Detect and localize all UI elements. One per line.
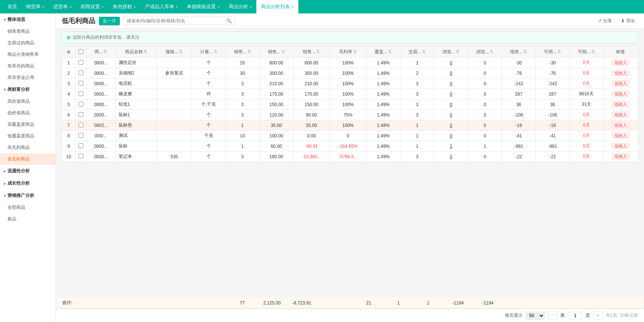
col-header-coverage[interactable]: 覆盖...⇅ — [366, 47, 400, 58]
row-checkbox[interactable] — [79, 91, 83, 96]
sidebar-section-wealth[interactable]: ▾ 类财富分析 — [0, 83, 55, 96]
info-icon: ✿ — [67, 35, 70, 40]
row-name[interactable]: 鼠标垫 — [115, 120, 157, 131]
row-name[interactable]: 笔记本 — [115, 152, 157, 162]
row-checkbox[interactable] — [79, 60, 83, 65]
row-checkbox[interactable] — [79, 133, 83, 138]
sidebar-item-high-margin[interactable]: 高毛利商品 — [0, 142, 55, 153]
nav-permission-settings[interactable]: 权限设置 × — [76, 0, 108, 13]
row-browse1[interactable]: 0 — [434, 152, 468, 162]
row-name[interactable]: 属性定价 — [115, 58, 157, 68]
col-header-code[interactable]: 商...⇅ — [87, 47, 116, 58]
row-checkbox[interactable] — [79, 70, 83, 75]
row-name[interactable]: 橡皮擦 — [115, 89, 157, 99]
sidebar-item-inventory-funds[interactable]: 库存资金占用 — [0, 72, 55, 83]
row-browse1[interactable]: 0 — [434, 58, 468, 68]
page-number-input[interactable] — [568, 312, 583, 319]
row-sales2: 35.00 — [259, 120, 293, 131]
table-row: 4 0000... 橡皮擦 件 3 170.00 170.00 100% 1.4… — [62, 89, 638, 99]
nav-template-settings[interactable]: 单据模板设置 × — [182, 0, 224, 13]
close-icon[interactable]: × — [176, 4, 178, 9]
search-input[interactable] — [127, 18, 226, 23]
settings-icon[interactable]: ⚙ — [67, 50, 71, 55]
per-page-select[interactable]: 50 100 200 — [526, 312, 545, 320]
col-header-unit[interactable]: 计量...⇅ — [192, 47, 225, 58]
row-browse1[interactable]: 0 — [434, 68, 468, 79]
close-icon[interactable]: × — [134, 4, 136, 9]
sidebar-item-low-value[interactable]: 低价值商品 — [0, 107, 55, 119]
col-header-sales3[interactable]: 销售...⇅ — [293, 47, 330, 58]
sidebar-item-new-goods[interactable]: 新品 — [0, 213, 55, 225]
row-tag: 低收入 — [603, 68, 638, 79]
row-checkbox[interactable] — [79, 122, 83, 127]
sidebar-item-high-value[interactable]: 高价值商品 — [0, 96, 55, 107]
sidebar-item-low-coverage[interactable]: 低覆盖度商品 — [0, 130, 55, 142]
filter-recent-month[interactable]: 近一月 — [99, 17, 120, 25]
col-header-spec[interactable]: 规格...⇅ — [157, 47, 192, 58]
close-icon[interactable]: × — [291, 4, 294, 9]
row-gross-rate: 100% — [330, 58, 366, 68]
row-name[interactable]: 鼠标1 — [115, 110, 157, 120]
row-browse1[interactable]: 0 — [434, 89, 468, 99]
sidebar-section-circulation[interactable]: ▸ 流通性分析 — [0, 165, 55, 177]
sidebar-section-growth[interactable]: ▸ 成长性分析 — [0, 177, 55, 189]
col-header-gross-rate[interactable]: 毛利率⇅ — [330, 47, 366, 58]
nav-product-analysis-list[interactable]: 商品分析列表 × — [256, 0, 298, 13]
row-name[interactable]: 测试 — [115, 131, 157, 141]
row-checkbox[interactable] — [79, 112, 83, 117]
row-name[interactable]: 电话机 — [115, 79, 157, 89]
nav-product-inbound[interactable]: 产成品入库单 × — [141, 0, 182, 13]
row-name[interactable]: 吴细细1 — [115, 68, 157, 79]
col-header-browse2[interactable]: 浏览...⇅ — [468, 47, 502, 58]
col-header-browse1[interactable]: 浏览...⇅ — [434, 47, 468, 58]
nav-home[interactable]: 首页 — [3, 0, 22, 13]
export-button[interactable]: ⬇ 导出 — [618, 17, 638, 25]
sidebar-item-low-margin[interactable]: 低毛利商品 — [0, 153, 55, 165]
nav-purchase-order[interactable]: 进货单 × — [49, 0, 76, 13]
sidebar-item-category-sales-rate[interactable]: 商品分类销售率 — [0, 49, 55, 60]
close-icon[interactable]: × — [102, 4, 104, 9]
close-icon[interactable]: × — [42, 4, 44, 9]
col-header-sales1[interactable]: 销售...⇅ — [225, 47, 259, 58]
col-header-sales2[interactable]: 销售...⇅ — [259, 47, 293, 58]
row-browse1[interactable]: 0 — [434, 120, 468, 131]
select-all-checkbox[interactable] — [79, 49, 83, 54]
row-browse1[interactable]: 0 — [434, 99, 468, 110]
col-header-transaction[interactable]: 交易...⇅ — [400, 47, 434, 58]
next-page-button[interactable]: ＞ — [593, 311, 603, 320]
share-button[interactable]: ↗ 分享 — [595, 17, 615, 25]
nav-role-auth[interactable]: 角色授权 × — [108, 0, 140, 13]
close-icon[interactable]: × — [250, 4, 252, 9]
col-header-name[interactable]: 商品名称⇅ — [115, 47, 157, 58]
sidebar-item-stocked-goods[interactable]: 有库存的商品 — [0, 60, 55, 72]
row-browse1[interactable]: 0 — [434, 131, 468, 141]
nav-sales-order[interactable]: 销货单 × — [22, 0, 49, 13]
row-checkbox[interactable] — [79, 81, 83, 86]
search-icon[interactable]: 🔍 — [226, 18, 232, 23]
row-browse1[interactable]: 1 — [434, 141, 468, 152]
row-checkbox[interactable] — [79, 154, 83, 159]
row-browse1[interactable]: 0 — [434, 110, 468, 120]
row-name[interactable]: 鼠标 — [115, 141, 157, 152]
row-checkbox[interactable] — [79, 143, 83, 148]
nav-product-analysis[interactable]: 商品分析 × — [224, 0, 256, 13]
close-icon[interactable]: × — [69, 4, 71, 9]
sidebar-item-traded-goods[interactable]: 交易过的商品 — [0, 37, 55, 49]
row-name[interactable]: 铅笔1 — [115, 99, 157, 110]
row-available: -22 — [536, 152, 570, 162]
sidebar-item-high-coverage[interactable]: 高覆盖度商品 — [0, 119, 55, 130]
sidebar-section-overall[interactable]: ▾ 整体信息 — [0, 13, 55, 26]
col-header-tag[interactable]: 标签 — [603, 47, 638, 58]
sidebar-item-sales-goods[interactable]: 销售类商品 — [0, 26, 55, 37]
row-browse1[interactable]: 0 — [434, 79, 468, 89]
row-checkbox[interactable] — [79, 102, 83, 106]
row-sales1: 1 — [225, 141, 259, 152]
col-header-available[interactable]: 可用...⇅ — [536, 47, 570, 58]
sidebar-section-marketing[interactable]: ▾ 营销推广分析 — [0, 189, 55, 202]
sidebar-item-all-goods[interactable]: 全部商品 — [0, 202, 55, 213]
close-icon[interactable]: × — [217, 4, 220, 9]
col-header-current[interactable]: 现有...⇅ — [502, 47, 536, 58]
prev-page-button[interactable]: ＜ — [548, 311, 557, 320]
col-header-saleable[interactable]: 可销...⇅ — [570, 47, 603, 58]
footer-values: 77 2,125.00 -8,723.91 21 1 1 -1194 -1194 — [79, 300, 638, 306]
